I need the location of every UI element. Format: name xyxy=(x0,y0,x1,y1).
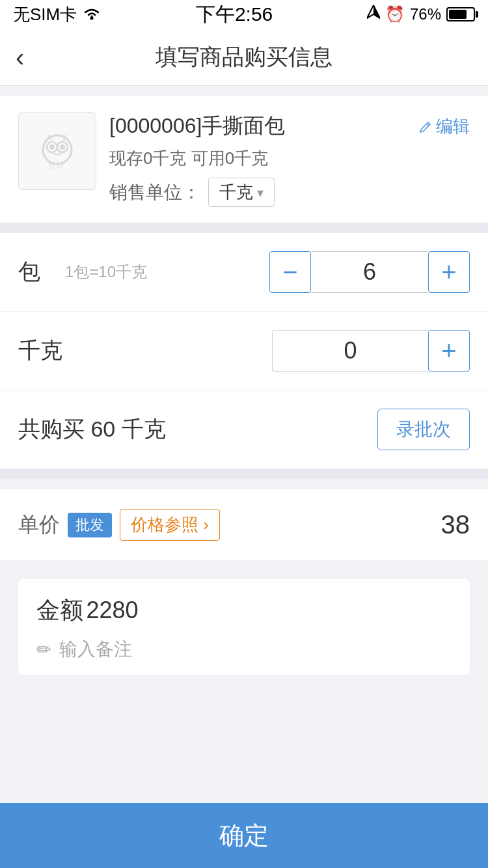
unit-label: 销售单位： xyxy=(109,180,200,205)
price-section: 单价 批发 价格参照 › 38 xyxy=(0,489,488,561)
page-title: 填写商品购买信息 xyxy=(156,42,332,72)
package-hint: 1包=10千克 xyxy=(65,262,269,282)
price-label: 单价 xyxy=(18,511,60,539)
svg-point-0 xyxy=(90,16,94,20)
product-image: 智计 xyxy=(18,112,96,190)
amount-row: 金额 2280 ✏ 输入备注 xyxy=(18,579,470,675)
amount-value: 2280 xyxy=(86,597,138,623)
battery-percent: 76% xyxy=(410,5,441,23)
unit-selector[interactable]: 千克 ▾ xyxy=(208,178,275,207)
product-stock: 现存0千克 可用0千克 xyxy=(109,147,470,170)
confirm-label: 确定 xyxy=(219,819,269,852)
svg-marker-2 xyxy=(373,5,380,18)
svg-point-6 xyxy=(49,144,55,150)
amount-section: 金额 2280 ✏ 输入备注 xyxy=(0,561,488,685)
package-label: 包 xyxy=(18,257,57,287)
product-info: [0000006]手撕面包 编辑 现存0千克 可用0千克 销售单位： 千克 ▾ xyxy=(109,112,470,207)
svg-text:智计: 智计 xyxy=(48,161,64,170)
location-icon xyxy=(367,5,380,23)
status-left: 无SIM卡 xyxy=(13,3,102,26)
edit-button[interactable]: 编辑 xyxy=(419,115,470,138)
time-display: 下午2:56 xyxy=(196,1,273,28)
alarm-icon: ⏰ xyxy=(385,5,405,23)
package-decrement-button[interactable]: − xyxy=(269,251,311,293)
separator-1 xyxy=(0,223,488,233)
back-button[interactable]: ‹ xyxy=(16,44,24,70)
input-section: 包 1包=10千克 − + 千克 + 共购买 60 千克 录批次 xyxy=(0,233,488,468)
remark-placeholder: 输入备注 xyxy=(59,637,132,662)
kg-increment-button[interactable]: + xyxy=(428,330,470,372)
product-unit-row: 销售单位： 千克 ▾ xyxy=(109,178,470,207)
nav-bar: ‹ 填写商品购买信息 xyxy=(0,29,488,86)
carrier-text: 无SIM卡 xyxy=(13,3,77,26)
kg-row: 千克 + xyxy=(0,312,488,390)
price-value: 38 xyxy=(441,510,470,539)
kg-quantity-input[interactable] xyxy=(272,330,428,372)
product-name-row: [0000006]手撕面包 编辑 xyxy=(109,112,470,141)
status-right: ⏰ 76% xyxy=(367,5,475,23)
chevron-down-icon: ▾ xyxy=(257,185,264,200)
edit-icon xyxy=(419,119,433,133)
price-tag-badge: 批发 xyxy=(68,513,112,537)
package-quantity-input[interactable] xyxy=(311,251,428,293)
svg-point-7 xyxy=(60,144,65,150)
package-row: 包 1包=10千克 − + xyxy=(0,233,488,312)
confirm-button[interactable]: 确定 xyxy=(0,803,488,868)
pencil-icon: ✏ xyxy=(36,639,51,660)
batch-button[interactable]: 录批次 xyxy=(377,409,470,450)
status-bar: 无SIM卡 下午2:56 ⏰ 76% xyxy=(0,0,488,29)
total-row: 共购买 60 千克 录批次 xyxy=(0,390,488,468)
remark-row[interactable]: ✏ 输入备注 xyxy=(36,637,452,662)
kg-quantity-control: + xyxy=(272,330,470,372)
wifi-icon xyxy=(82,5,102,25)
price-row: 单价 批发 价格参照 › 38 xyxy=(0,489,488,561)
amount-label: 金额 xyxy=(36,597,83,623)
package-increment-button[interactable]: + xyxy=(428,251,470,293)
amount-label-row: 金额 2280 xyxy=(36,595,452,627)
kg-label: 千克 xyxy=(18,336,62,366)
product-card: 智计 [0000006]手撕面包 编辑 现存0千克 可用0千克 销售单位： 千克… xyxy=(0,96,488,223)
package-quantity-control: − + xyxy=(269,251,470,293)
product-name: [0000006]手撕面包 xyxy=(109,112,285,141)
battery-icon xyxy=(446,7,475,21)
price-reference-button[interactable]: 价格参照 › xyxy=(120,509,220,541)
separator-2 xyxy=(0,468,488,479)
product-logo: 智计 xyxy=(31,131,83,170)
total-text: 共购买 60 千克 xyxy=(18,414,166,444)
unit-value: 千克 xyxy=(219,181,253,204)
